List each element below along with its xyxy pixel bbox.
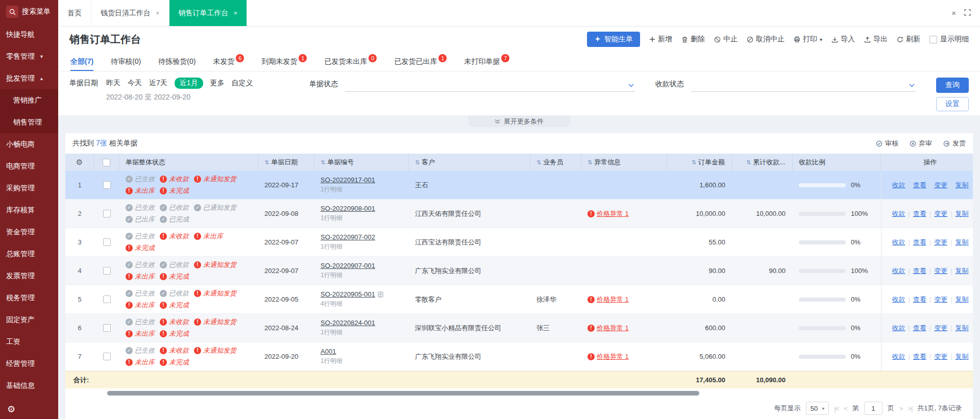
op-change[interactable]: 变更 — [934, 266, 947, 276]
op-copy[interactable]: 复制 — [955, 352, 969, 361]
doc-status-select[interactable] — [345, 80, 635, 92]
doc-code-link[interactable]: SO-20220824-001 — [321, 319, 375, 327]
op-change[interactable]: 变更 — [934, 181, 947, 190]
quick-1month-active[interactable]: 近1月 — [175, 78, 203, 89]
row-checkbox[interactable] — [103, 267, 111, 275]
op-change[interactable]: 变更 — [934, 352, 947, 361]
op-view[interactable]: 查看 — [913, 209, 926, 218]
sidebar-item-funds[interactable]: 资金管理 — [0, 221, 58, 243]
sidebar-item-payroll[interactable]: 工资 — [0, 331, 58, 353]
import-button[interactable]: 导入 — [831, 35, 855, 44]
header-code[interactable]: ⇅单据编号 — [314, 154, 409, 171]
row-checkbox[interactable] — [103, 353, 111, 360]
filter-tab-unshipped[interactable]: 未发货6 — [213, 52, 244, 71]
header-error[interactable]: ⇅异常信息 — [581, 154, 667, 171]
row-checkbox[interactable] — [103, 324, 111, 332]
filter-tab-shipped-out[interactable]: 已发货已出库1 — [394, 52, 447, 71]
row-checkbox[interactable] — [103, 238, 111, 246]
last-page-icon[interactable]: >| — [908, 405, 912, 412]
op-view[interactable]: 查看 — [913, 295, 926, 304]
row-checkbox[interactable] — [103, 181, 111, 189]
filter-tab-shipped-not-out[interactable]: 已发货未出库0 — [324, 52, 377, 71]
op-copy[interactable]: 复制 — [955, 266, 969, 276]
tab-home[interactable]: 首页 — [58, 0, 91, 26]
abort-button[interactable]: 中止 — [714, 35, 738, 44]
op-view[interactable]: 查看 — [913, 181, 926, 190]
table-row[interactable]: 5 已生效 已收款 未通知发货 未出库 未完成 2022-09-05 SO-20… — [65, 285, 973, 314]
delete-button[interactable]: 删除 — [681, 35, 705, 44]
scrollbar-thumb[interactable] — [107, 391, 699, 396]
page-input[interactable] — [864, 402, 883, 415]
filter-tab-overdue-unshipped[interactable]: 到期未发货1 — [261, 52, 307, 71]
unaudit-action[interactable]: 弃审 — [910, 139, 932, 148]
quick-yesterday[interactable]: 昨天 — [106, 79, 120, 88]
quick-custom[interactable]: 自定义 — [232, 79, 253, 88]
export-button[interactable]: 导出 — [864, 35, 888, 44]
header-customer[interactable]: ⇅客户 — [409, 154, 530, 171]
quick-today[interactable]: 今天 — [128, 79, 142, 88]
op-collect[interactable]: 收款 — [892, 324, 905, 333]
quick-7days[interactable]: 近7天 — [149, 79, 167, 88]
first-page-icon[interactable]: |< — [834, 405, 839, 412]
table-row[interactable]: 7 已生效 未收款 未通知发货 未出库 未完成 2022-09-20 A001 … — [65, 342, 973, 371]
sidebar-item-xiaochang-ec[interactable]: 小畅电商 — [0, 133, 58, 155]
add-button[interactable]: 新增 — [649, 35, 672, 44]
doc-code-link[interactable]: A001 — [321, 348, 336, 355]
audit-action[interactable]: 审核 — [876, 139, 898, 148]
op-view[interactable]: 查看 — [913, 266, 926, 276]
table-row[interactable]: 1 已生效 未收款 未通知发货 未出库 未完成 2022-09-17 SO-20… — [65, 171, 973, 200]
settings-button[interactable]: 设置 — [936, 97, 969, 111]
op-view[interactable]: 查看 — [913, 324, 926, 333]
header-received[interactable]: ⇅累计收款... — [732, 154, 793, 171]
header-amount[interactable]: ⇅订单金额 — [667, 154, 732, 171]
sidebar-search-menu[interactable]: 搜索菜单 — [0, 0, 58, 23]
print-button[interactable]: 打印 ▾ — [794, 35, 822, 44]
op-collect[interactable]: 收款 — [892, 209, 905, 218]
sidebar-item-wholesale[interactable]: 批发管理▲ — [0, 67, 58, 89]
quick-more[interactable]: 更多 — [210, 79, 225, 88]
op-copy[interactable]: 复制 — [955, 295, 969, 304]
show-detail-checkbox[interactable] — [929, 36, 937, 43]
sidebar-item-base-info[interactable]: 基础信息 — [0, 375, 58, 397]
close-icon[interactable]: × — [951, 9, 956, 17]
sidebar-item-inventory[interactable]: 库存核算 — [0, 199, 58, 221]
header-salesman[interactable]: ⇅业务员 — [530, 154, 581, 171]
op-change[interactable]: 变更 — [934, 324, 947, 333]
price-error-link[interactable]: 价格异常 1 — [587, 209, 629, 218]
column-settings-header[interactable]: ⚙ — [65, 154, 94, 171]
smart-generate-button[interactable]: 智能生单 — [587, 32, 640, 47]
next-page-icon[interactable]: > — [899, 405, 903, 412]
per-page-select[interactable]: 50▾ — [806, 402, 829, 415]
ship-action[interactable]: 发货 — [943, 139, 966, 148]
table-row[interactable]: 2 已生效 已收款 已通知发货 已出库 已完成 2022-09-08 SO-20… — [65, 200, 973, 228]
sidebar-item-purchase[interactable]: 采购管理 — [0, 177, 58, 199]
row-checkbox[interactable] — [103, 295, 111, 303]
doc-code-link[interactable]: SO-20220905-001 — [321, 290, 383, 298]
op-copy[interactable]: 复制 — [955, 324, 969, 333]
filter-tab-all[interactable]: 全部(7) — [70, 52, 93, 71]
doc-code-link[interactable]: SO-20220907-001 — [321, 262, 375, 269]
sidebar-item-ecommerce[interactable]: 电商管理 — [0, 155, 58, 177]
op-change[interactable]: 变更 — [934, 209, 947, 218]
doc-code-link[interactable]: SO-20220908-001 — [321, 205, 375, 212]
op-change[interactable]: 变更 — [934, 238, 947, 247]
op-view[interactable]: 查看 — [913, 238, 926, 247]
price-error-link[interactable]: 价格异常 1 — [587, 324, 629, 333]
sidebar-item-sales-mgmt[interactable]: 销售管理 — [0, 111, 58, 133]
op-collect[interactable]: 收款 — [892, 181, 905, 190]
header-date[interactable]: ⇅单据日期 — [258, 154, 314, 171]
filter-tab-unprinted[interactable]: 未打印单据7 — [464, 52, 509, 71]
price-error-link[interactable]: 价格异常 1 — [587, 295, 629, 304]
refresh-button[interactable]: 刷新 — [897, 35, 920, 44]
table-row[interactable]: 4 已生效 已收款 未通知发货 未出库 未完成 2022-09-07 SO-20… — [65, 257, 973, 285]
price-error-link[interactable]: 价格异常 1 — [587, 352, 629, 361]
row-checkbox[interactable] — [103, 210, 111, 217]
op-copy[interactable]: 复制 — [955, 238, 969, 247]
sidebar-item-marketing[interactable]: 营销推广 — [0, 89, 58, 111]
settings-gear-icon[interactable]: ⚙ — [7, 404, 15, 415]
op-collect[interactable]: 收款 — [892, 352, 905, 361]
sidebar-item-quick-nav[interactable]: 快捷导航 — [0, 23, 58, 45]
sidebar-item-tax[interactable]: 税务管理 — [0, 287, 58, 309]
op-copy[interactable]: 复制 — [955, 181, 969, 190]
op-collect[interactable]: 收款 — [892, 238, 905, 247]
